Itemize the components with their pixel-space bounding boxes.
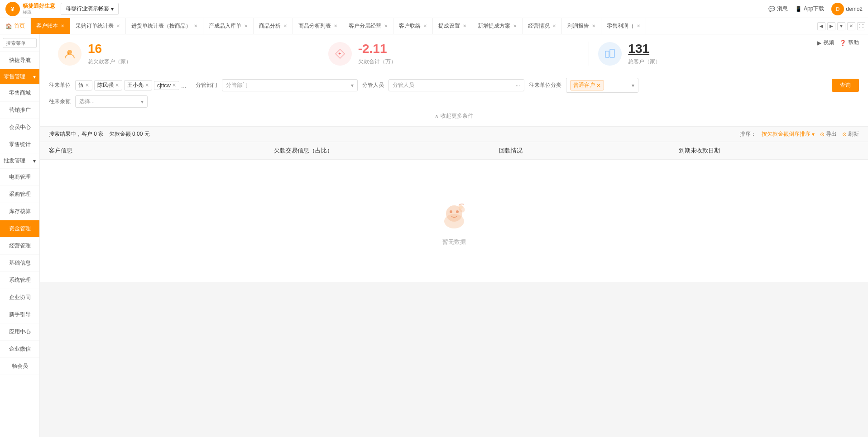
svg-text:¥: ¥: [67, 51, 70, 56]
nav-next-btn[interactable]: ▶: [827, 22, 835, 30]
col-header-customer: 客户信息: [49, 147, 274, 155]
user-area[interactable]: D demo2: [831, 3, 863, 15]
tab-accounts-close[interactable]: ✕: [61, 24, 64, 28]
store-selector[interactable]: 母婴行业演示帐套 ▾: [61, 3, 119, 15]
sidebar-item-batch-mgmt[interactable]: 批发管理 ▾: [0, 153, 39, 169]
tab-retail-profit-close[interactable]: ✕: [637, 24, 640, 28]
sidebar-item-retail-mgmt[interactable]: 零售管理 ▾: [0, 69, 39, 85]
filter-tag-cjttcw-close[interactable]: ✕: [172, 82, 176, 88]
filter-tag-wang[interactable]: 王小亮 ✕: [124, 80, 152, 90]
help-btn[interactable]: ❓ 帮助: [839, 39, 859, 47]
tab-promotion-settings-close[interactable]: ✕: [463, 24, 466, 28]
message-btn[interactable]: 💬 消息: [768, 5, 788, 13]
tab-new-plan-label: 新增提成方案: [478, 22, 510, 30]
filter-tag-wang-close[interactable]: ✕: [145, 82, 149, 88]
tab-new-plan-close[interactable]: ✕: [513, 24, 517, 28]
sidebar-search-area: [0, 34, 39, 52]
sort-select[interactable]: 按欠款金额倒序排序 ▾: [762, 130, 815, 138]
tab-operations[interactable]: 经营情况 ✕: [523, 18, 562, 34]
sidebar-item-basic-info[interactable]: 基础信息: [0, 255, 39, 272]
tab-profit-report-close[interactable]: ✕: [592, 24, 595, 28]
header-right: 💬 消息 📱 App下载 D demo2: [768, 3, 863, 15]
tab-profit-report[interactable]: 利润报告 ✕: [562, 18, 601, 34]
sidebar-item-ecommerce[interactable]: 电商管理: [0, 169, 39, 186]
tab-purchase-order[interactable]: 采购订单统计表 ✕: [70, 18, 126, 34]
query-button[interactable]: 查询: [832, 79, 859, 92]
sidebar-item-inventory[interactable]: 库存核算: [0, 203, 39, 220]
tab-purchase-order-close[interactable]: ✕: [116, 24, 120, 28]
tab-operations-close[interactable]: ✕: [552, 24, 556, 28]
sidebar-item-members[interactable]: 会员中心: [0, 119, 39, 136]
tab-product-analysis-close[interactable]: ✕: [283, 24, 287, 28]
tab-product-analysis-list-close[interactable]: ✕: [334, 24, 337, 28]
filter-manager-placeholder: 分管人员: [393, 81, 414, 89]
tab-new-plan[interactable]: 新增提成方案 ✕: [472, 18, 523, 34]
tab-product-analysis-list[interactable]: 商品分析列表 ✕: [293, 18, 343, 34]
filter-unit-type-select[interactable]: 普通客户 ✕ ▾: [566, 78, 638, 93]
sidebar-item-pro-member[interactable]: 畅会员: [0, 358, 39, 375]
app-download-btn[interactable]: 📱 App下载: [795, 5, 824, 13]
filter-dept-select[interactable]: 分管部门 ▾: [222, 79, 358, 91]
sidebar-item-basic-info-label: 基础信息: [9, 260, 31, 266]
sidebar-item-retail-mall[interactable]: 零售商城: [0, 85, 39, 102]
sidebar-item-new-guide[interactable]: 新手引导: [0, 306, 39, 323]
tab-inventory-stats-close[interactable]: ✕: [194, 24, 197, 28]
sidebar-item-enterprise-collab[interactable]: 企业协同: [0, 289, 39, 306]
tab-home[interactable]: 🏠 首页: [0, 18, 31, 34]
nav-expand-btn[interactable]: ▼: [837, 22, 845, 30]
filter-tag-cjttcw[interactable]: cjttcw ✕: [154, 81, 179, 90]
nav-close-all-btn[interactable]: ✕: [847, 22, 855, 30]
sidebar-item-system-mgmt[interactable]: 系统管理: [0, 272, 39, 289]
results-debt-unit: 元: [144, 131, 150, 137]
filter-dept-label: 分管部门: [196, 81, 217, 89]
filter-row-1: 往来单位 伍 ✕ 陈民强 ✕ 王小亮 ✕ cjttcw: [49, 78, 859, 93]
expand-icon-batch: ▾: [33, 158, 36, 164]
sidebar-item-retail-stats[interactable]: 零售统计: [0, 136, 39, 153]
tab-production[interactable]: 产成品入库单 ✕: [203, 18, 254, 34]
sidebar-item-operations-mgmt[interactable]: 经营管理: [0, 238, 39, 255]
customer-type-close[interactable]: ✕: [596, 82, 601, 89]
sidebar-search-input[interactable]: [3, 38, 37, 48]
sidebar-item-purchase[interactable]: 采购管理: [0, 186, 39, 203]
filter-unit-tags: 伍 ✕ 陈民强 ✕ 王小亮 ✕ cjttcw ✕ ...: [75, 80, 187, 90]
filter-tag-chen[interactable]: 陈民强 ✕: [94, 80, 122, 90]
tab-promotion-settings[interactable]: 提成设置 ✕: [433, 18, 472, 34]
results-count: 0: [94, 131, 97, 137]
video-btn[interactable]: ▶ 视频: [817, 39, 834, 47]
tab-retail-profit[interactable]: 零售利润（ ✕: [601, 18, 646, 34]
sidebar-item-operations-label: 经营管理: [9, 242, 31, 249]
collapse-button[interactable]: ∧ 收起更多条件: [433, 110, 475, 122]
filter-tag-wu-close[interactable]: ✕: [85, 82, 89, 88]
filter-more-btn[interactable]: ...: [181, 82, 187, 89]
filter-balance-select[interactable]: 选择... ▾: [75, 95, 148, 108]
sort-label: 排序：: [740, 130, 756, 138]
tab-production-close[interactable]: ✕: [244, 24, 248, 28]
refresh-btn[interactable]: ⊙ 刷新: [842, 130, 859, 138]
empty-text: 暂无数据: [442, 238, 466, 246]
export-btn[interactable]: ⊙ 导出: [820, 130, 837, 138]
customer-type-text: 普通客户: [573, 81, 595, 89]
tab-customer-contact-close[interactable]: ✕: [423, 24, 427, 28]
sidebar-item-finance[interactable]: 资金管理: [0, 220, 39, 238]
help-label: 帮助: [848, 39, 859, 47]
tab-inventory-stats[interactable]: 进货单统计表（按商品） ✕: [126, 18, 203, 34]
tab-customer-contact-label: 客户联络: [399, 22, 421, 30]
tab-accounts[interactable]: 客户账本 ✕: [31, 18, 70, 34]
nav-prev-btn[interactable]: ◀: [817, 22, 825, 30]
filter-manager-select[interactable]: 分管人员 ···: [388, 79, 524, 91]
filter-tag-wu[interactable]: 伍 ✕: [75, 80, 92, 90]
filter-tag-chen-close[interactable]: ✕: [115, 82, 119, 88]
tab-customer-contact[interactable]: 客户联络 ✕: [393, 18, 433, 34]
tab-promotion-settings-label: 提成设置: [438, 22, 460, 30]
nav-fullscreen-btn[interactable]: ⛶: [857, 22, 865, 30]
sidebar-item-app-center[interactable]: 应用中心: [0, 323, 39, 341]
tab-customer-layer-close[interactable]: ✕: [384, 24, 388, 28]
sidebar-item-marketing[interactable]: 营销推广: [0, 102, 39, 119]
tab-customer-layer[interactable]: 客户分层经营 ✕: [343, 18, 393, 34]
tab-product-analysis[interactable]: 商品分析 ✕: [254, 18, 293, 34]
sidebar-item-enterprise-wechat[interactable]: 企业微信: [0, 341, 39, 358]
chevron-down-unit-type: ▾: [632, 82, 634, 89]
stat-debt-amount: ✦ -2.11 欠款合计（万）: [319, 42, 590, 66]
sidebar-item-quick-nav[interactable]: 快捷导航: [0, 52, 39, 69]
nav-tabs: 🏠 首页 客户账本 ✕ 采购订单统计表 ✕ 进货单统计表（按商品） ✕ 产成品入…: [0, 18, 868, 34]
